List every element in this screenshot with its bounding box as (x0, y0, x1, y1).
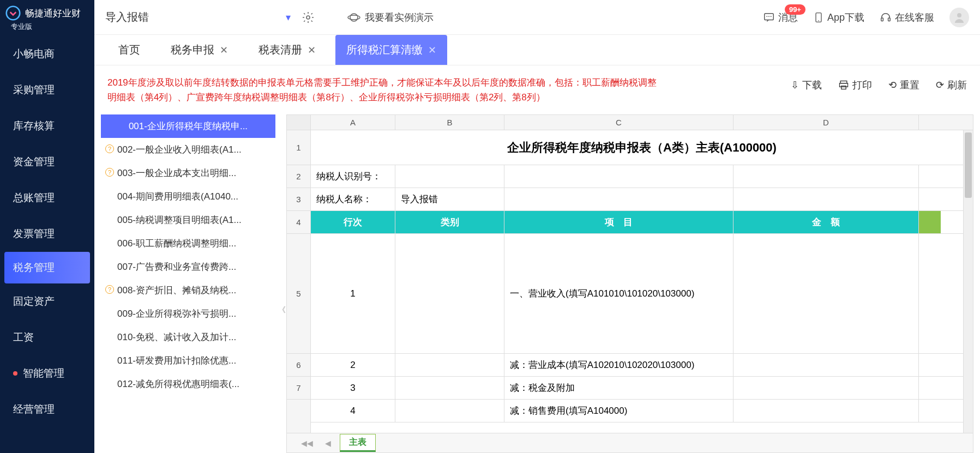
col-header-c[interactable]: C (504, 115, 734, 130)
sidebar-item[interactable]: 经营管理 (0, 391, 94, 427)
breadcrumb[interactable]: 导入报错 ▾ (105, 10, 291, 25)
sidebar-item-label: 经营管理 (13, 402, 55, 416)
customer-service-button[interactable]: 在线客服 (880, 11, 934, 24)
row-header[interactable]: 7 (287, 377, 310, 400)
cell-category[interactable] (395, 354, 504, 376)
print-button[interactable]: 打印 (838, 78, 872, 92)
sidebar-item[interactable]: 税务管理 (4, 252, 90, 283)
cell[interactable] (504, 188, 734, 210)
refresh-button[interactable]: ⟳刷新 (936, 78, 967, 92)
sidebar-item[interactable]: 发票管理 (0, 216, 94, 252)
collapse-handle[interactable]: 《 (278, 305, 286, 315)
cell-item[interactable]: 减：税金及附加 (504, 377, 734, 399)
form-list-item[interactable]: 012-减免所得税优惠明细表(... (101, 372, 275, 396)
row-header[interactable]: 3 (287, 188, 310, 211)
cell-category[interactable] (395, 234, 504, 353)
tab[interactable]: 税务申报✕ (160, 35, 239, 65)
cell[interactable] (734, 165, 919, 188)
chevron-down-icon[interactable]: ▾ (286, 11, 291, 23)
cell-rownum[interactable]: 2 (311, 354, 395, 376)
sidebar-item[interactable]: 智能管理 (0, 355, 94, 391)
sidebar-item-label: 小畅电商 (13, 47, 55, 61)
tab[interactable]: 首页 (107, 35, 151, 65)
spreadsheet: A B C D 1 2 3 4 5 6 7 企 (286, 114, 973, 453)
sidebar-item[interactable]: 固定资产 (0, 283, 94, 319)
col-header-a[interactable]: A (311, 115, 395, 130)
notification-dot-icon (13, 371, 17, 376)
sidebar-item[interactable]: 资金管理 (0, 144, 94, 180)
sidebar-item[interactable]: 小畅电商 (0, 36, 94, 72)
sheet-tab[interactable]: 主表 (340, 434, 376, 452)
form-list-item[interactable]: ?003-一般企业成本支出明细... (101, 161, 275, 185)
messages-button[interactable]: 消息 99+ (763, 11, 798, 24)
form-list-label: 004-期间费用明细表(A1040... (117, 191, 238, 202)
tab[interactable]: 所得税汇算清缴✕ (335, 35, 447, 65)
form-list-item[interactable]: 006-职工薪酬纳税调整明细... (101, 232, 275, 255)
avatar[interactable] (949, 8, 969, 27)
sheet-nav-prev[interactable]: ◀ (322, 439, 334, 448)
tab-label: 首页 (118, 43, 140, 57)
form-list-item[interactable]: ?008-资产折旧、摊销及纳税... (101, 279, 275, 302)
sidebar-item[interactable]: 总账管理 (0, 180, 94, 216)
row-header[interactable]: 5 (287, 234, 310, 354)
content: 2019年度涉及取以前年度结转数据的申报表单元格需要手工维护正确，才能保证本年及… (94, 65, 980, 453)
form-list-item[interactable]: 009-企业所得税弥补亏损明... (101, 302, 275, 325)
tab[interactable]: 税表清册✕ (248, 35, 327, 65)
form-list-item[interactable]: 010-免税、减计收入及加计... (101, 325, 275, 349)
sidebar-item[interactable]: 采购管理 (0, 72, 94, 108)
sidebar-item[interactable]: 库存核算 (0, 108, 94, 144)
row-header[interactable]: 2 (287, 165, 310, 188)
col-header-d[interactable]: D (734, 115, 919, 130)
demo-text: 我要看实例演示 (365, 11, 434, 24)
reset-button[interactable]: ⟲重置 (888, 78, 919, 92)
app-download-button[interactable]: App下载 (813, 11, 864, 24)
row-header[interactable]: 4 (287, 211, 310, 234)
cell[interactable] (395, 165, 504, 188)
cell[interactable] (504, 165, 734, 188)
form-list-item[interactable]: 001-企业所得税年度纳税申... (101, 114, 275, 138)
close-icon[interactable]: ✕ (308, 44, 316, 56)
question-icon: ? (105, 285, 114, 294)
vertical-scrollbar[interactable] (963, 130, 973, 433)
form-list-item[interactable]: 005-纳税调整项目明细表(A1... (101, 208, 275, 232)
close-icon[interactable]: ✕ (428, 44, 436, 56)
cell-amount[interactable] (734, 377, 919, 399)
cell-item[interactable]: 减：销售费用(填写A104000) (504, 400, 734, 422)
cell-rownum[interactable]: 3 (311, 377, 395, 399)
cell-amount[interactable] (734, 234, 919, 353)
sheet-title[interactable]: 企业所得税年度纳税申报表（A类）主表(A100000) (311, 130, 973, 165)
form-list-item[interactable]: 004-期间费用明细表(A1040... (101, 185, 275, 208)
cell-amount[interactable] (734, 400, 919, 422)
demo-link[interactable]: 我要看实例演示 (347, 11, 434, 24)
close-icon[interactable]: ✕ (220, 44, 228, 56)
table-row: 4减：销售费用(填写A104000) (311, 400, 973, 422)
download-button[interactable]: ⇩下载 (791, 78, 822, 92)
form-list-item[interactable]: ?002-一般企业收入明细表(A1... (101, 138, 275, 161)
cell-item[interactable]: 一、营业收入(填写A101010\101020\103000) (504, 234, 734, 353)
cell-category[interactable] (395, 400, 504, 422)
cell-rownum[interactable]: 1 (311, 234, 395, 353)
cell-rownum[interactable]: 4 (311, 400, 395, 422)
taxid-label[interactable]: 纳税人识别号： (311, 165, 395, 188)
select-all-corner[interactable] (287, 115, 311, 130)
row-header[interactable]: 6 (287, 354, 310, 377)
col-header-b[interactable]: B (395, 115, 504, 130)
svg-point-9 (818, 20, 819, 21)
taxname-value[interactable]: 导入报错 (395, 188, 504, 210)
cell[interactable] (734, 188, 919, 210)
form-list-item[interactable]: 007-广告费和业务宣传费跨... (101, 255, 275, 279)
row-header[interactable]: 1 (287, 130, 310, 165)
sidebar-item-label: 资金管理 (13, 155, 55, 169)
header-row: 行次 类别 项 目 金 额 (311, 211, 973, 234)
scrollbar-thumb[interactable] (965, 132, 972, 198)
form-list-item[interactable]: 011-研发费用加计扣除优惠... (101, 349, 275, 372)
taxname-label[interactable]: 纳税人名称： (311, 188, 395, 210)
sidebar-item[interactable]: 工资 (0, 319, 94, 355)
sidebar-item-label: 智能管理 (23, 366, 64, 380)
tab-label: 税表清册 (258, 43, 302, 57)
cell-category[interactable] (395, 377, 504, 399)
sheet-nav-first[interactable]: ◀◀ (298, 439, 316, 448)
cell-amount[interactable] (734, 354, 919, 376)
gear-icon[interactable] (302, 11, 315, 24)
cell-item[interactable]: 减：营业成本(填写A102010\102020\103000) (504, 354, 734, 376)
